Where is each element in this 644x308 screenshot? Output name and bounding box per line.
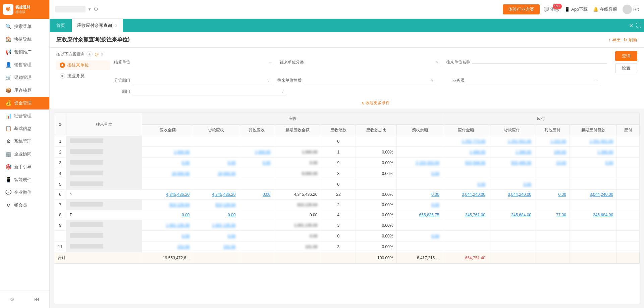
table-cell[interactable]: 0.00 xyxy=(397,231,443,241)
table-cell[interactable]: 1,490.00 xyxy=(443,147,489,158)
sidebar-item-corp[interactable]: 🏢 企业协同 xyxy=(0,148,49,161)
table-cell[interactable]: 4,345,436.20 xyxy=(193,190,239,200)
table-cell[interactable]: 152.00 xyxy=(142,241,193,252)
table-cell[interactable]: 0.00 xyxy=(443,179,489,190)
table-cell[interactable]: 1,000.00 xyxy=(142,147,193,158)
sidebar-item-beginner[interactable]: 🎯 新手引导 xyxy=(0,161,49,173)
collapse-more-btn[interactable]: ∧ 收起更多条件 xyxy=(113,99,637,108)
topbar-gear-icon[interactable]: ⚙ xyxy=(94,6,98,12)
export-btn[interactable]: ↑ 导出 xyxy=(609,37,621,43)
table-cell[interactable]: 152.00 xyxy=(193,241,239,252)
unit-nature-input[interactable]: ∨ xyxy=(304,77,436,84)
table-cell[interactable]: 0.00 xyxy=(239,158,274,168)
sidebar-item-inventory[interactable]: 📦 库存核算 xyxy=(0,84,49,97)
salesperson-input[interactable]: ··· xyxy=(467,77,600,84)
sidebar-collapse-btn[interactable]: ⏮ xyxy=(32,295,42,304)
table-cell[interactable]: 1,252,773.00 xyxy=(443,136,489,147)
app-download-btn[interactable]: 📱 App下载 xyxy=(565,6,588,12)
sidebar-item-operations[interactable]: 📊 经营管理 xyxy=(0,109,49,122)
table-cell[interactable]: 0.00 xyxy=(193,158,239,168)
messages-btn[interactable]: 💬 消息 99+ xyxy=(544,6,559,12)
filter-config-btn[interactable]: ◎ xyxy=(95,51,99,57)
user-menu[interactable]: Rit xyxy=(623,5,639,14)
col-settings[interactable]: ⚙ xyxy=(54,113,66,136)
table-cell[interactable]: 345,684.00 xyxy=(489,210,535,220)
query-btn[interactable]: 查询 xyxy=(615,51,637,61)
table-scroll[interactable]: ⚙ 往来单位 应收 应付 应收金额 贷款应收 其他应收 超期应收金额 应收笔数 xyxy=(54,113,640,304)
dept-input[interactable]: ∨ xyxy=(132,88,286,95)
setting-btn[interactable]: 设置 xyxy=(615,63,637,73)
table-cell[interactable]: 2,153,333.00 xyxy=(397,158,443,168)
table-cell[interactable]: 655,636.75 xyxy=(397,210,443,220)
table-cell[interactable]: 100.00 xyxy=(535,147,570,158)
table-cell[interactable]: 0.00 xyxy=(142,210,193,220)
unit-category-input[interactable]: ∨ xyxy=(306,58,441,66)
sidebar-item-search-menu[interactable]: 🔍 搜索菜单 xyxy=(0,20,49,33)
trial-btn[interactable]: 体验行业方案 xyxy=(503,4,540,14)
table-cell[interactable]: 1,001,135.00 xyxy=(142,220,193,231)
sidebar-item-sales[interactable]: 👤 销售管理 xyxy=(0,58,49,71)
table-cell[interactable]: 915,495.56 xyxy=(489,158,535,168)
table-cell[interactable]: 1,222.00 xyxy=(535,136,570,147)
tab-close-window-btn[interactable]: ✕ xyxy=(629,23,633,29)
sidebar-item-quick-nav[interactable]: 🏠 快捷导航 xyxy=(0,33,49,46)
table-cell[interactable]: 0.00 xyxy=(142,158,193,168)
table-cell[interactable]: 3,044,240.00 xyxy=(570,190,616,200)
table-cell[interactable]: 3,044,240.00 xyxy=(489,190,535,200)
table-cell[interactable]: 0.00 xyxy=(397,190,443,200)
sidebar-item-basic-info[interactable]: 📋 基础信息 xyxy=(0,122,49,135)
sidebar-item-smart-hw[interactable]: 📱 智能硬件 xyxy=(0,173,49,186)
tab-maximize-btn[interactable]: ⛶ xyxy=(636,23,641,29)
table-cell[interactable]: 18,000.00 xyxy=(193,168,239,179)
table-cell[interactable]: 915,508.56 xyxy=(443,158,489,168)
sidebar-item-marketing[interactable]: 📢 营销推广 xyxy=(0,46,49,58)
table-cell[interactable]: 1,390.00 xyxy=(570,147,616,158)
table-cell[interactable]: 0.00 xyxy=(193,210,239,220)
settlement-unit-input[interactable]: ··· xyxy=(132,58,274,66)
sidebar-settings-btn[interactable]: ⚙ xyxy=(7,295,17,304)
table-cell[interactable]: 18,000.00 xyxy=(142,168,193,179)
sidebar-item-member[interactable]: V 畅会员 xyxy=(0,199,49,212)
refresh-btn[interactable]: ↻ 刷新 xyxy=(624,37,637,43)
table-cell[interactable]: 13.00 xyxy=(535,158,570,168)
table-cell[interactable]: 4,345,436.20 xyxy=(142,190,193,200)
table-cell xyxy=(193,136,239,147)
footer-recv-amt: 19,553,472,6... xyxy=(142,252,193,264)
sidebar-item-corp-wechat[interactable]: 💬 企业微信 xyxy=(0,186,49,199)
tab-active[interactable]: 应收应付余额查询 × xyxy=(72,19,123,32)
tab-close-btn[interactable]: × xyxy=(115,23,117,28)
breadcrumb-chevron[interactable]: ▼ xyxy=(88,7,92,12)
filter-nav-by-staff[interactable]: 按业务员 xyxy=(56,71,110,81)
online-service-btn[interactable]: 🔔 在线客服 xyxy=(593,6,617,12)
table-cell[interactable]: 0.00 xyxy=(535,190,570,200)
sidebar-item-capital[interactable]: 💰 资金管理 xyxy=(0,97,49,109)
table-cell[interactable]: 1,001,135.00 xyxy=(193,220,239,231)
table-cell[interactable]: 1,000.00 xyxy=(239,147,274,158)
table-cell[interactable]: 0.00 xyxy=(489,179,535,190)
table-cell[interactable]: 77.00 xyxy=(535,210,570,220)
table-cell[interactable]: 0.00 xyxy=(193,231,239,241)
download-icon: 📱 xyxy=(565,7,570,12)
table-cell[interactable]: 810,126.64 xyxy=(142,200,193,210)
sidebar-item-system[interactable]: ⚙ 系统管理 xyxy=(0,135,49,148)
table-cell[interactable]: 810,126.64 xyxy=(193,200,239,210)
table-cell[interactable]: 0.00 xyxy=(239,190,274,200)
table-cell[interactable]: 3,044,240.00 xyxy=(443,190,489,200)
sidebar-item-purchase[interactable]: 🛒 采购管理 xyxy=(0,71,49,84)
table-cell[interactable]: 0.00 xyxy=(570,158,616,168)
table-cell[interactable]: 345,684.00 xyxy=(570,210,616,220)
unit-name-input[interactable] xyxy=(472,61,607,64)
table-cell[interactable]: 0.00 xyxy=(397,168,443,179)
table-cell[interactable]: 0.00 xyxy=(142,231,193,241)
table-cell[interactable]: 345,761.00 xyxy=(443,210,489,220)
footer-pay-etc xyxy=(617,252,640,264)
filter-arrow-btn[interactable]: « xyxy=(101,51,103,57)
table-cell[interactable]: 1,251,551.00 xyxy=(570,136,616,147)
filter-nav-by-unit[interactable]: 按往来单位 xyxy=(56,60,110,70)
dept-manager-input[interactable]: ∨ xyxy=(132,77,272,84)
filter-add-btn[interactable]: + xyxy=(87,51,93,57)
tab-home[interactable]: 首页 xyxy=(50,19,72,32)
table-cell[interactable]: 1,251,551.00 xyxy=(489,136,535,147)
table-cell[interactable]: 0.00 xyxy=(397,200,443,210)
table-cell[interactable]: 1,390.00 xyxy=(489,147,535,158)
